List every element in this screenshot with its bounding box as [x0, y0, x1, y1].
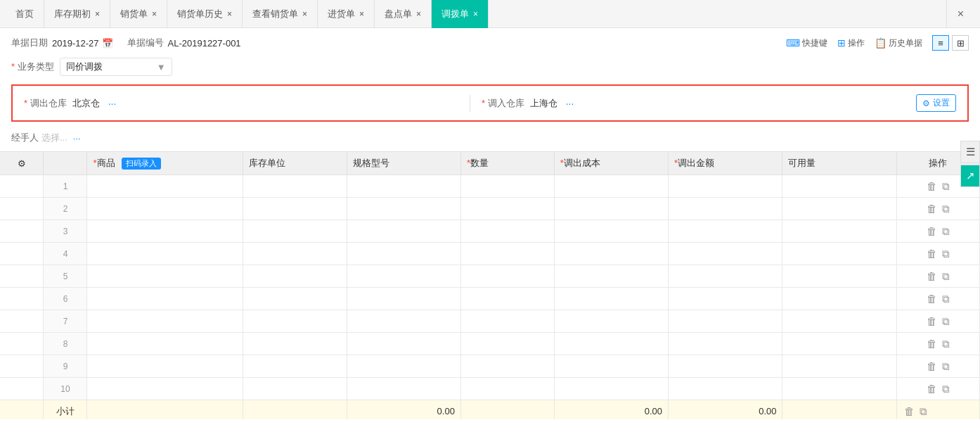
cell-goods-10[interactable]: [87, 378, 243, 400]
cell-avail-2[interactable]: [782, 198, 896, 220]
window-close-btn[interactable]: ×: [946, 0, 974, 28]
cell-unit-3[interactable]: [243, 220, 347, 243]
settings-button[interactable]: ⚙ 设置: [916, 94, 956, 112]
cell-avail-1[interactable]: [782, 175, 896, 198]
calendar-icon[interactable]: 📅: [102, 38, 113, 49]
cell-unit-10[interactable]: [243, 378, 347, 400]
cell-cost-2[interactable]: [554, 198, 668, 220]
warehouse-out-more-btn[interactable]: ···: [108, 98, 117, 109]
delete-icon-4[interactable]: 🗑: [927, 248, 937, 260]
handler-more-btn[interactable]: ···: [73, 133, 81, 144]
cell-unit-4[interactable]: [243, 243, 347, 265]
delete-icon-1[interactable]: 🗑: [927, 180, 937, 192]
delete-icon-5[interactable]: 🗑: [927, 270, 937, 282]
subtotal-copy-icon[interactable]: ⧉: [920, 405, 927, 417]
delete-icon-2[interactable]: 🗑: [927, 203, 937, 215]
close-transfer[interactable]: ×: [473, 9, 478, 19]
cell-cost-6[interactable]: [554, 288, 668, 310]
cell-cost-4[interactable]: [554, 243, 668, 265]
cell-spec-9[interactable]: [347, 355, 460, 378]
cell-avail-5[interactable]: [782, 265, 896, 288]
list-view-btn[interactable]: ≡: [932, 35, 949, 51]
cell-spec-6[interactable]: [347, 288, 460, 310]
cell-cost-8[interactable]: [554, 333, 668, 355]
cell-qty-10[interactable]: [460, 378, 554, 400]
tab-sales-order[interactable]: 销货单 ×: [110, 0, 167, 28]
right-icon-export[interactable]: ↗: [960, 165, 980, 187]
cell-avail-7[interactable]: [782, 310, 896, 333]
scan-btn[interactable]: 扫码录入: [122, 158, 161, 170]
cell-amount-10[interactable]: [669, 378, 782, 400]
copy-icon-2[interactable]: ⧉: [942, 203, 950, 215]
warehouse-out-value[interactable]: 北京仓: [72, 97, 100, 110]
copy-icon-5[interactable]: ⧉: [942, 270, 950, 282]
warehouse-in-more-btn[interactable]: ···: [566, 98, 574, 109]
copy-icon-4[interactable]: ⧉: [942, 248, 950, 260]
cell-cost-9[interactable]: [554, 355, 668, 378]
close-sales-history[interactable]: ×: [227, 9, 232, 19]
cell-goods-9[interactable]: [87, 355, 243, 378]
cell-cost-1[interactable]: [554, 175, 668, 198]
cell-amount-3[interactable]: [669, 220, 782, 243]
delete-icon-6[interactable]: 🗑: [927, 293, 937, 305]
cell-amount-4[interactable]: [669, 243, 782, 265]
close-inventory-init[interactable]: ×: [95, 9, 100, 19]
cell-goods-3[interactable]: [87, 220, 243, 243]
copy-icon-6[interactable]: ⧉: [942, 293, 950, 305]
history-btn[interactable]: 📋 历史单据: [875, 37, 922, 49]
cell-avail-6[interactable]: [782, 288, 896, 310]
cell-goods-1[interactable]: [87, 175, 243, 198]
cell-qty-8[interactable]: [460, 333, 554, 355]
cell-cost-7[interactable]: [554, 310, 668, 333]
cell-cost-5[interactable]: [554, 265, 668, 288]
cell-qty-9[interactable]: [460, 355, 554, 378]
handler-select[interactable]: 选择...: [41, 132, 67, 144]
close-purchase[interactable]: ×: [359, 9, 364, 19]
cell-spec-4[interactable]: [347, 243, 460, 265]
cell-spec-5[interactable]: [347, 265, 460, 288]
cell-unit-9[interactable]: [243, 355, 347, 378]
delete-icon-7[interactable]: 🗑: [927, 315, 937, 327]
cell-amount-9[interactable]: [669, 355, 782, 378]
table-scroll[interactable]: ⚙ *商品 扫码录入 库存单位 规格型号 *数量 *调出成本: [0, 152, 980, 419]
tab-sales-history[interactable]: 销货单历史 ×: [167, 0, 243, 28]
copy-icon-9[interactable]: ⧉: [942, 360, 950, 372]
cell-spec-8[interactable]: [347, 333, 460, 355]
close-sales-order[interactable]: ×: [152, 9, 157, 19]
tab-transfer[interactable]: 调拨单 ×: [432, 0, 489, 28]
delete-icon-9[interactable]: 🗑: [927, 360, 937, 372]
copy-icon-8[interactable]: ⧉: [942, 338, 950, 350]
cell-unit-7[interactable]: [243, 310, 347, 333]
business-type-select[interactable]: 同价调拨 ▼: [60, 58, 172, 76]
cell-goods-2[interactable]: [87, 198, 243, 220]
copy-icon-3[interactable]: ⧉: [942, 225, 950, 237]
cell-spec-10[interactable]: [347, 378, 460, 400]
delete-icon-8[interactable]: 🗑: [927, 338, 937, 350]
cell-qty-2[interactable]: [460, 198, 554, 220]
tab-view-sales[interactable]: 查看销货单 ×: [243, 0, 318, 28]
cell-avail-10[interactable]: [782, 378, 896, 400]
cell-amount-6[interactable]: [669, 288, 782, 310]
shortcuts-btn[interactable]: ⌨ 快捷键: [786, 37, 827, 49]
delete-icon-10[interactable]: 🗑: [927, 383, 937, 395]
cell-amount-5[interactable]: [669, 265, 782, 288]
cell-qty-1[interactable]: [460, 175, 554, 198]
copy-icon-7[interactable]: ⧉: [942, 315, 950, 327]
cell-cost-10[interactable]: [554, 378, 668, 400]
cell-cost-3[interactable]: [554, 220, 668, 243]
close-stocktake[interactable]: ×: [416, 9, 421, 19]
cell-amount-8[interactable]: [669, 333, 782, 355]
cell-qty-7[interactable]: [460, 310, 554, 333]
delete-icon-3[interactable]: 🗑: [927, 225, 937, 237]
cell-qty-6[interactable]: [460, 288, 554, 310]
copy-icon-10[interactable]: ⧉: [942, 383, 950, 395]
cell-goods-7[interactable]: [87, 310, 243, 333]
cell-goods-4[interactable]: [87, 243, 243, 265]
cell-goods-8[interactable]: [87, 333, 243, 355]
tab-inventory-init[interactable]: 库存期初 ×: [44, 0, 110, 28]
cell-unit-6[interactable]: [243, 288, 347, 310]
cell-qty-3[interactable]: [460, 220, 554, 243]
subtotal-delete-icon[interactable]: 🗑: [904, 405, 915, 417]
cell-amount-2[interactable]: [669, 198, 782, 220]
cell-amount-7[interactable]: [669, 310, 782, 333]
